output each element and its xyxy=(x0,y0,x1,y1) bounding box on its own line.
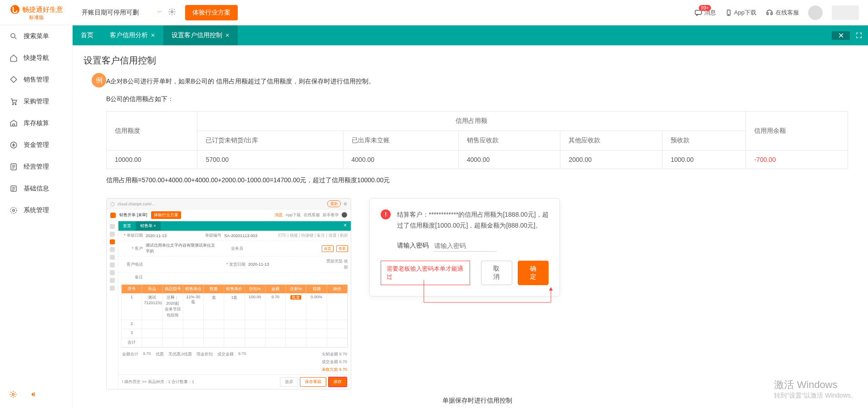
td-balance: -700.00 xyxy=(746,151,848,169)
example-text-1: A企对B公司进行开单时，如果B公司的 信用占用额超过了信用额度，则在保存时进行信… xyxy=(106,76,848,87)
tab-home[interactable]: 首页 xyxy=(73,25,102,45)
sidebar-item-inventory[interactable]: 库存核算 xyxy=(0,112,72,134)
th-credit-limit: 信用额度 xyxy=(107,112,197,151)
td-out-unbilled: 4000.00 xyxy=(343,151,458,169)
close-tab-button[interactable]: ✕ xyxy=(832,31,850,40)
td-other-ar: 2000.00 xyxy=(560,151,662,169)
td-ordered: 5700.00 xyxy=(197,151,343,169)
user-name-area[interactable] xyxy=(832,5,859,20)
td-credit-limit: 10000.00 xyxy=(107,151,197,169)
example-badge-icon: 例 xyxy=(92,73,106,87)
th-sales-ar: 销售应收款 xyxy=(458,131,560,151)
close-icon[interactable]: ✕ xyxy=(225,32,230,39)
search-icon xyxy=(9,32,18,41)
sidebar-settings-icon[interactable] xyxy=(9,390,17,401)
mobile-icon xyxy=(725,9,732,16)
cart-icon xyxy=(9,97,18,106)
svg-point-1 xyxy=(171,10,173,13)
example-text-2: B公司的信用额占如下： xyxy=(106,93,848,105)
brand-edition: 标准版 xyxy=(29,14,44,21)
sidebar-item-finance[interactable]: 资金管理 xyxy=(0,134,72,156)
credit-warning-dialog: ! 结算客户：************的信用占用额为[1888.00元]，超过了… xyxy=(369,198,560,296)
content-area: 首页 客户信用分析✕ 设置客户信用控制✕ ✕ 设置客户信用控制 例 A企对B公司… xyxy=(73,25,868,408)
gear-circle-icon xyxy=(9,206,18,215)
illustration-row: ◯cloud.chanjet.com/...重新⚙ 销售开单 [未审] 体验行业… xyxy=(106,198,848,389)
report-icon xyxy=(9,162,18,171)
sidebar-item-system[interactable]: 系统管理 xyxy=(0,199,72,221)
faux-logo-icon xyxy=(110,213,116,218)
dropdown-label: 开账日期可停用可删 xyxy=(82,9,139,17)
confirm-button[interactable]: 确定 xyxy=(518,261,549,285)
topbar: 畅捷通好生意 标准版 开账日期可停用可删 ﹀ 体验行业方案 消息 99+ App… xyxy=(0,0,868,25)
tab-credit-control[interactable]: 设置客户信用控制✕ xyxy=(163,25,238,45)
password-label: 请输入密码 xyxy=(397,242,429,250)
page-title: 设置客户信用控制 xyxy=(83,54,857,67)
svg-point-6 xyxy=(12,104,13,105)
tag-icon xyxy=(9,75,18,84)
sidebar-item-search[interactable]: 搜索菜单 xyxy=(0,25,72,47)
sidebar-item-basic[interactable]: 基础信息 xyxy=(0,178,72,199)
sidebar-item-quicknav[interactable]: 快捷导航 xyxy=(0,47,72,69)
credit-table: 信用额度 信用占用额 信用用余额 已订货未销货/出库 已出库未立账 销售应收款 … xyxy=(106,111,848,169)
th-ordered: 已订货未销货/出库 xyxy=(197,131,343,151)
tab-credit-analysis[interactable]: 客户信用分析✕ xyxy=(102,25,163,45)
user-avatar[interactable] xyxy=(808,5,823,20)
home-icon xyxy=(9,53,18,63)
brand-logo-icon xyxy=(10,4,20,15)
logo-area: 畅捷通好生意 标准版 xyxy=(0,0,73,25)
messages-badge: 99+ xyxy=(699,5,711,11)
th-prepay: 预收款 xyxy=(662,131,746,151)
th-balance: 信用用余额 xyxy=(746,112,848,151)
embedded-screenshot: ◯cloud.chanjet.com/...重新⚙ 销售开单 [未审] 体验行业… xyxy=(106,198,351,389)
try-industry-button[interactable]: 体验行业方案 xyxy=(185,5,238,20)
list-icon xyxy=(9,184,18,193)
brand-name: 畅捷通好生意 xyxy=(22,5,63,14)
dialog-message: 结算客户：************的信用占用额为[1888.00元]，超过了信用… xyxy=(397,209,549,231)
dialog-note: 需要老板输入密码本单才能通过 xyxy=(381,261,470,285)
sidebar-item-purchase[interactable]: 采购管理 xyxy=(0,91,72,112)
svg-point-12 xyxy=(13,209,15,212)
svg-rect-2 xyxy=(695,10,701,14)
svg-point-11 xyxy=(10,207,17,214)
account-period-dropdown[interactable]: 开账日期可停用可删 ﹀ xyxy=(82,9,162,17)
fullscreen-button[interactable] xyxy=(850,32,868,39)
money-icon xyxy=(9,141,18,150)
page-body: 设置客户信用控制 例 A企对B公司进行开单时，如果B公司的 信用占用额超过了信用… xyxy=(73,45,868,408)
svg-point-4 xyxy=(728,14,729,15)
th-other-ar: 其他应收款 xyxy=(560,131,662,151)
illustration-caption: 单据保存时进行信用控制 xyxy=(106,397,848,405)
svg-point-5 xyxy=(11,34,15,38)
svg-point-7 xyxy=(15,104,16,105)
th-occupied: 信用占用额 xyxy=(197,112,746,131)
sidebar-item-operation[interactable]: 经营管理 xyxy=(0,156,72,178)
td-prepay: 1000.00 xyxy=(662,151,746,169)
faux-save-button: 保存 xyxy=(328,377,347,387)
warehouse-icon xyxy=(9,119,18,128)
svg-rect-14 xyxy=(34,393,35,397)
settings-gear-icon[interactable] xyxy=(168,8,176,18)
chevron-down-icon: ﹀ xyxy=(157,9,162,16)
svg-point-13 xyxy=(12,393,15,396)
online-service-button[interactable]: 在线客服 xyxy=(765,9,799,17)
cancel-button[interactable]: 取消 xyxy=(481,261,512,285)
th-out-unbilled: 已出库未立账 xyxy=(343,131,458,151)
tabbar: 首页 客户信用分析✕ 设置客户信用控制✕ ✕ xyxy=(73,25,868,45)
formula-text: 信用占用额=5700.00+4000.00+4000.00+2000.00-10… xyxy=(106,176,848,185)
password-input[interactable] xyxy=(433,240,497,252)
app-download-button[interactable]: App下载 xyxy=(725,9,756,17)
close-icon[interactable]: ✕ xyxy=(151,32,155,39)
messages-button[interactable]: 消息 99+ xyxy=(694,9,716,17)
sidebar: 搜索菜单 快捷导航 销售管理 采购管理 库存核算 资金管理 经营管理 基础信息 … xyxy=(0,25,73,408)
warning-icon: ! xyxy=(381,209,391,219)
example-block: 例 A企对B公司进行开单时，如果B公司的 信用占用额超过了信用额度，则在保存时进… xyxy=(83,76,857,408)
td-sales-ar: 4000.00 xyxy=(458,151,560,169)
sidebar-item-sales[interactable]: 销售管理 xyxy=(0,69,72,91)
headset-icon xyxy=(765,9,774,17)
sidebar-collapse-icon[interactable] xyxy=(28,390,37,401)
